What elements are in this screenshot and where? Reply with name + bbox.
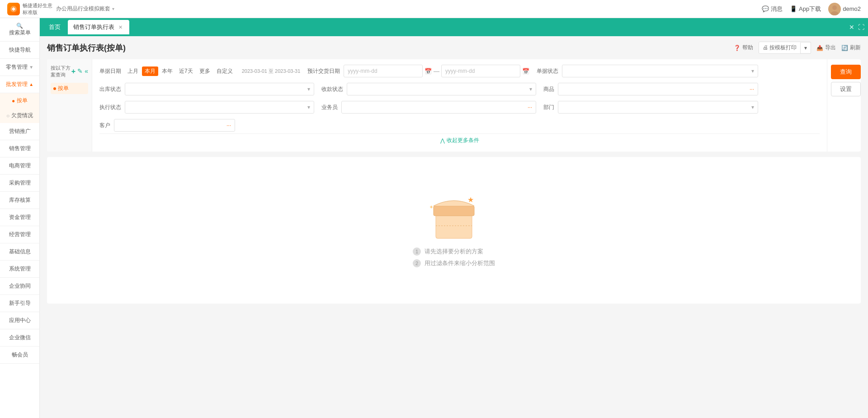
date-end-input[interactable]: yyyy-mm-dd — [441, 65, 520, 77]
empty-hint-1: 1 请先选择要分析的方案 — [413, 247, 495, 256]
tab-close-icon[interactable]: ✕ — [117, 24, 124, 31]
date-preset-thisyear[interactable]: 本年 — [159, 66, 175, 76]
message-button[interactable]: 💬 消息 — [762, 5, 783, 13]
print-icon: 🖨 — [763, 44, 768, 51]
calendar-start-icon[interactable]: 📅 — [425, 68, 432, 75]
empty-state-icon: ★ ✦ — [427, 193, 481, 238]
chevron-department-icon: ▾ — [751, 104, 754, 110]
tab-salesorder[interactable]: 销售订单执行表 ✕ — [68, 20, 129, 34]
app-download-button[interactable]: 📱 App下载 — [790, 5, 821, 13]
sidebar-item-search[interactable]: 🔍 搜索菜单 — [0, 18, 39, 42]
date-start-input[interactable]: yyyy-mm-dd — [344, 65, 423, 77]
sidebar-item-appcenter[interactable]: 应用中心 — [0, 312, 39, 329]
content-area: 销售订单执行表(按单) ❓ 帮助 🖨 按模板打印 — [40, 36, 868, 418]
execution-select[interactable]: ▾ — [125, 101, 314, 114]
goods-input[interactable]: ··· — [558, 83, 758, 95]
sidebar-sub-item-byorder[interactable]: ● 按单 — [0, 93, 39, 108]
filter-item-salesperson: 业务员 ··· — [321, 101, 536, 114]
filter-item-date: 单据日期 上月 本月 本年 近7天 更多 自定义 — [99, 66, 300, 76]
date-preset-thismonth[interactable]: 本月 — [142, 66, 158, 76]
refresh-button[interactable]: 🔄 刷新 — [841, 44, 861, 52]
sidebar: 🔍 搜索菜单 快捷导航 零售管理 ▼ 批发管理 ▲ ● 按单 ○ — [0, 18, 40, 418]
refresh-icon: 🔄 — [841, 45, 848, 51]
avatar — [828, 3, 841, 15]
filter-scheme-item-byorder[interactable]: 按单 — [51, 83, 88, 94]
filter-item-outbound: 出库状态 ▾ — [99, 83, 314, 95]
tab-bar-right: ✕ ⛶ — [849, 24, 864, 31]
page-header: 销售订单执行表(按单) ❓ 帮助 🖨 按模板打印 — [47, 42, 861, 54]
sub-item-icon: ● — [12, 98, 15, 104]
export-button[interactable]: 📤 导出 — [816, 44, 836, 52]
filter-item-collection: 收款状态 ▾ — [321, 83, 536, 95]
breadcrumb-arrow-icon: ▾ — [112, 6, 114, 11]
sidebar-item-wholesale[interactable]: 批发管理 ▲ — [0, 76, 39, 93]
top-bar-left: 畅捷通好生意 标准版 办公用品行业模拟账套 ▾ — [7, 2, 114, 15]
sidebar-item-purchase[interactable]: 采购管理 — [0, 175, 39, 192]
print-template-button[interactable]: 🖨 按模板打印 ▾ — [759, 42, 811, 54]
status-select[interactable]: ▾ — [562, 65, 758, 77]
sidebar-item-enterprise[interactable]: 企业协同 — [0, 278, 39, 295]
page-title: 销售订单执行表(按单) — [47, 43, 126, 53]
customer-more-icon[interactable]: ··· — [226, 122, 231, 128]
calendar-end-icon[interactable]: 📅 — [522, 68, 529, 75]
svg-text:✦: ✦ — [429, 204, 434, 210]
query-btn-group: 查询 设置 — [827, 59, 861, 152]
chevron-down-icon: ▼ — [29, 65, 33, 70]
sidebar-item-quicknav[interactable]: 快捷导航 — [0, 42, 39, 59]
user-profile[interactable]: demo2 — [828, 3, 861, 15]
sidebar-item-sales[interactable]: 销售管理 — [0, 140, 39, 157]
print-template-label[interactable]: 🖨 按模板打印 — [759, 42, 800, 53]
breadcrumb[interactable]: 办公用品行业模拟账套 ▾ — [56, 5, 114, 13]
chevron-execution-icon: ▾ — [307, 104, 310, 110]
collapse-arrow-icon: ⋀ — [440, 138, 445, 144]
filter-item-expected-delivery: 预计交货日期 yyyy-mm-dd 📅 — yyyy-mm-dd — [307, 65, 529, 77]
outbound-select[interactable]: ▾ — [125, 83, 314, 95]
edit-scheme-icon[interactable]: ✎ — [77, 67, 83, 76]
window-close-icon[interactable]: ✕ — [849, 24, 854, 31]
sidebar-item-operations[interactable]: 经营管理 — [0, 226, 39, 243]
filter-item-department: 部门 ▾ — [543, 101, 758, 114]
salesperson-input[interactable]: ··· — [341, 101, 536, 114]
sidebar-item-wechat[interactable]: 企业微信 — [0, 329, 39, 347]
customer-input[interactable]: ··· — [114, 119, 235, 132]
filter-row-2: 出库状态 ▾ 收款状态 — [99, 83, 820, 95]
chevron-outbound-icon: ▾ — [307, 86, 310, 92]
settings-button[interactable]: 设置 — [831, 82, 861, 96]
department-select[interactable]: ▾ — [558, 101, 758, 114]
sidebar-sub-item-backorder[interactable]: ○ 欠货情况 — [0, 108, 39, 123]
collapse-sidebar-icon[interactable]: « — [85, 67, 88, 76]
logo-area: 畅捷通好生意 标准版 — [7, 2, 52, 15]
sidebar-item-retail[interactable]: 零售管理 ▼ — [0, 59, 39, 76]
date-preset-7days[interactable]: 近7天 — [176, 66, 196, 76]
add-scheme-icon[interactable]: + — [71, 67, 75, 76]
sidebar-item-basic[interactable]: 基础信息 — [0, 243, 39, 261]
salesperson-more-icon[interactable]: ··· — [528, 104, 532, 110]
query-button[interactable]: 查询 — [831, 65, 861, 79]
sidebar-item-marketing[interactable]: 营销推广 — [0, 123, 39, 140]
svg-point-2 — [832, 5, 837, 10]
sidebar-item-inventory[interactable]: 库存核算 — [0, 192, 39, 209]
fullscreen-icon[interactable]: ⛶ — [858, 24, 864, 31]
sidebar-item-system[interactable]: 系统管理 — [0, 261, 39, 278]
page-actions: ❓ 帮助 🖨 按模板打印 ▾ — [734, 42, 861, 54]
search-menu-icon: 🔍 — [16, 23, 23, 29]
help-button[interactable]: ❓ 帮助 — [734, 44, 753, 52]
tab-home[interactable]: 首页 — [43, 20, 66, 34]
download-icon: 📱 — [790, 5, 797, 12]
empty-hints: 1 请先选择要分析的方案 2 用过滤条件来缩小分析范围 — [413, 247, 495, 267]
collection-select[interactable]: ▾ — [347, 83, 536, 95]
date-preset-more[interactable]: 更多 — [197, 66, 213, 76]
filter-sidebar: 按以下方案查询 + ✎ « 按单 — [47, 59, 92, 152]
main-container: 🔍 搜索菜单 快捷导航 零售管理 ▼ 批发管理 ▲ ● 按单 ○ — [0, 18, 868, 418]
date-preset-custom[interactable]: 自定义 — [214, 66, 236, 76]
goods-more-icon[interactable]: ··· — [750, 86, 754, 92]
sidebar-item-member[interactable]: 畅会员 — [0, 347, 39, 364]
date-preset-lastmonth[interactable]: 上月 — [125, 66, 141, 76]
filter-row-3: 执行状态 ▾ 业务员 — [99, 101, 820, 114]
sidebar-item-finance[interactable]: 资金管理 — [0, 209, 39, 226]
print-dropdown-icon[interactable]: ▾ — [801, 43, 811, 53]
collapse-filters-button[interactable]: ⋀ 收起更多条件 — [99, 133, 820, 146]
chevron-status-icon: ▾ — [751, 68, 754, 74]
sidebar-item-ecommerce[interactable]: 电商管理 — [0, 157, 39, 175]
sidebar-item-newuser[interactable]: 新手引导 — [0, 295, 39, 312]
